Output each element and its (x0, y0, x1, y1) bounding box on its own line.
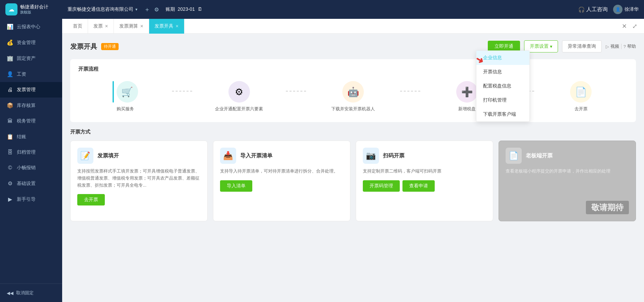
billing-card-title-manual: 发票填开 (97, 152, 119, 159)
flow-step-icon-step2: ⚙ (228, 81, 250, 103)
avatar: 👤 (613, 5, 622, 14)
help-label[interactable]: 帮助 (627, 43, 636, 49)
billing-methods: 📝 发票填开 支持按照发票样式手工填开发票；可开具增值税电子普通发票、增值税普通… (70, 141, 636, 221)
sidebar-label-inventory: 库存核算 (17, 103, 36, 109)
tab-label-home: 首页 (73, 23, 82, 29)
sidebar-item-cloud-report[interactable]: 📊云报表中心 (0, 19, 62, 35)
flow-step-icon-step5: 📄 (570, 81, 592, 103)
tab-invoice-open[interactable]: 发票开具✕ (149, 19, 184, 34)
dropdown-item-tax-disk[interactable]: 配置税盘信息 (476, 79, 529, 93)
page-content: 发票开具 待开通 立即开通 开票设置 ▾ 异常清单查询 ▷ 视频 ? 帮助 (62, 34, 644, 302)
sidebar-item-xiaochang[interactable]: ©小畅报销 (0, 160, 62, 176)
top-bar-right: 🎧 人工咨询 👤 徐泽华 (578, 5, 639, 14)
sidebar-bottom-label: 取消固定 (16, 290, 34, 296)
dropdown-item-download-client[interactable]: 下载开票客户端 (476, 107, 529, 121)
billing-card-icon-scan: 📷 (363, 148, 379, 164)
billing-btn-import[interactable]: 导入清单 (220, 180, 252, 192)
inventory-icon: 📦 (7, 102, 13, 109)
billing-card-import: 📥 导入开票清单 支持导入待开票清单，可对待开票清单进行拆分、合并处理。 导入清… (213, 141, 350, 221)
flow-step-label-step4: 新增税盘 (458, 106, 476, 112)
billing-card-title-import: 导入开票清单 (240, 152, 272, 159)
tab-invoice-calc[interactable]: 发票测算✕ (114, 19, 149, 34)
flow-step-label-step1: 购买服务 (117, 106, 134, 112)
page-title: 发票开具 (70, 42, 97, 51)
billing-card-desc-import: 支持导入待开票清单，可对待开票清单进行拆分、合并处理。 (220, 168, 343, 175)
dropdown-item-invoice-info[interactable]: 开票信息 (476, 65, 529, 79)
flow-step-icon-step3: 🤖 (342, 81, 364, 103)
billing-card-desc-manual: 支持按照发票样式手工填开发票；可开具增值税电子普通发票、增值税普通发票、增值税专… (77, 168, 201, 189)
sidebar-label-tax-mgmt: 税务管理 (17, 118, 36, 124)
tab-close-invoice-open[interactable]: ✕ (175, 24, 179, 29)
logo-sub: 旗舰版 (20, 10, 48, 15)
sidebar-item-archive[interactable]: 🗄归档管理 (0, 145, 62, 160)
billing-card-desc-boss: 查看老板端小程序提交的开票申请，并作出相应的处理 (506, 168, 629, 175)
tab-label-invoice: 发票 (93, 23, 103, 29)
sidebar-item-new-guide[interactable]: ▶新手引导 (0, 191, 62, 207)
logo-name: 畅捷通好会计 (20, 4, 48, 10)
video-label[interactable]: 视频 (610, 43, 619, 49)
chevron-down-icon: ▾ (550, 44, 552, 49)
divider (621, 44, 621, 49)
sidebar-label-basic-settings: 基础设置 (17, 181, 36, 187)
sidebar-item-salary[interactable]: 👤工资 (0, 66, 62, 82)
archive-icon: 🗄 (7, 149, 13, 155)
flow-line (172, 91, 192, 91)
billing-card-header-boss: 📄 老板端开票 (506, 148, 629, 164)
flow-section-title: 开票流程 (78, 66, 628, 72)
company-selector[interactable]: 重庆畅捷交通信息咨询有限公司 ▾ (68, 6, 137, 12)
billing-card-manual: 📝 发票填开 支持按照发票样式手工填开发票；可开具增值税电子普通发票、增值税普通… (70, 141, 208, 221)
sidebar-item-checkout[interactable]: 📋结账 (0, 129, 62, 145)
billing-badge-boss: 敬请期待 (586, 201, 629, 214)
tax-mgmt-icon: 🏛 (7, 118, 13, 124)
top-bar: ☁ 畅捷通好会计 旗舰版 重庆畅捷交通信息咨询有限公司 ▾ ＋ ⚙ 账期 202… (0, 0, 644, 19)
maximize-button[interactable]: ⤢ (631, 21, 639, 31)
tab-home[interactable]: 首页 (68, 19, 88, 34)
sidebar-item-fixed-assets[interactable]: 🏢固定资产 (0, 50, 62, 66)
close-tab-button[interactable]: ✕ (620, 21, 628, 31)
dropdown-item-company-info[interactable]: 企业信息 (476, 51, 529, 65)
add-icon[interactable]: ＋ (144, 5, 150, 13)
invoice-mgmt-icon: 🖨 (7, 87, 13, 93)
sidebar-label-archive: 归档管理 (17, 149, 36, 155)
billing-btn1-scan[interactable]: 开票码管理 (363, 180, 400, 192)
tab-close-invoice[interactable]: ✕ (105, 24, 108, 29)
support-area[interactable]: 🎧 人工咨询 (578, 6, 608, 13)
video-help-area: ▷ 视频 ? 帮助 (606, 43, 636, 49)
flow-step-step3: 🤖 下载并安装开票机器人 (306, 81, 400, 112)
top-bar-center: 重庆畅捷交通信息咨询有限公司 ▾ ＋ ⚙ 账期 2023-01 🗓 (68, 5, 578, 13)
tab-invoice[interactable]: 发票✕ (88, 19, 114, 34)
user-name: 徐泽华 (625, 6, 639, 12)
settings-icon[interactable]: ⚙ (154, 6, 159, 13)
billing-card-scan: 📷 扫码开票 支持定制开票二维码，客户端可扫码开票 开票码管理 查看申请 (356, 141, 493, 221)
dropdown-menu: 企业信息开票信息配置税盘信息打印机管理下载开票客户端 (476, 50, 530, 122)
sidebar-item-inventory[interactable]: 📦库存核算 (0, 98, 62, 113)
billing-btns-scan: 开票码管理 查看申请 (363, 180, 486, 192)
flow-step-step5: 📄 去开票 (534, 81, 628, 112)
sidebar-item-invoice-mgmt[interactable]: 🖨发票管理 (0, 82, 62, 98)
sidebar-cancel-fixed[interactable]: ◀◀ 取消固定 (0, 287, 62, 299)
billing-btn2-scan[interactable]: 查看申请 (402, 180, 435, 192)
xiaochang-icon: © (7, 165, 13, 171)
sidebar-label-fund-mgmt: 资金管理 (17, 40, 36, 46)
new-guide-icon: ▶ (7, 196, 13, 202)
sidebar-item-fund-mgmt[interactable]: 💰资金管理 (0, 35, 62, 50)
tab-close-invoice-calc[interactable]: ✕ (140, 24, 143, 29)
flow-section: 开票流程 🛒 购买服务 ⚙ 企业开通配置开票六要素 🤖 下载并安装开票机器人 ➕… (70, 59, 636, 122)
exception-list-button[interactable]: 异常清单查询 (562, 40, 602, 52)
billing-card-icon-import: 📥 (220, 148, 236, 164)
flow-steps: 🛒 购买服务 ⚙ 企业开通配置开票六要素 🤖 下载并安装开票机器人 ➕ 新增税盘… (78, 78, 628, 115)
checkout-icon: 📋 (7, 134, 13, 140)
billing-card-boss: 📄 老板端开票 查看老板端小程序提交的开票申请，并作出相应的处理 敬请期待 (499, 141, 636, 221)
basic-settings-icon: ⚙ (7, 180, 13, 187)
company-name: 重庆畅捷交通信息咨询有限公司 (68, 6, 133, 12)
sidebar-item-tax-mgmt[interactable]: 🏛税务管理 (0, 113, 62, 129)
billing-card-header-scan: 📷 扫码开票 (363, 148, 486, 164)
billing-btn-manual[interactable]: 去开票 (77, 194, 105, 205)
flow-step-label-step3: 下载并安装开票机器人 (331, 106, 375, 112)
arrow-left-icon: ◀◀ (7, 291, 13, 296)
dropdown-item-printer[interactable]: 打印机管理 (476, 93, 529, 107)
sidebar-label-invoice-mgmt: 发票管理 (17, 87, 36, 93)
flow-line (286, 91, 306, 91)
user-area[interactable]: 👤 徐泽华 (613, 5, 639, 14)
sidebar-item-basic-settings[interactable]: ⚙基础设置 (0, 176, 62, 191)
